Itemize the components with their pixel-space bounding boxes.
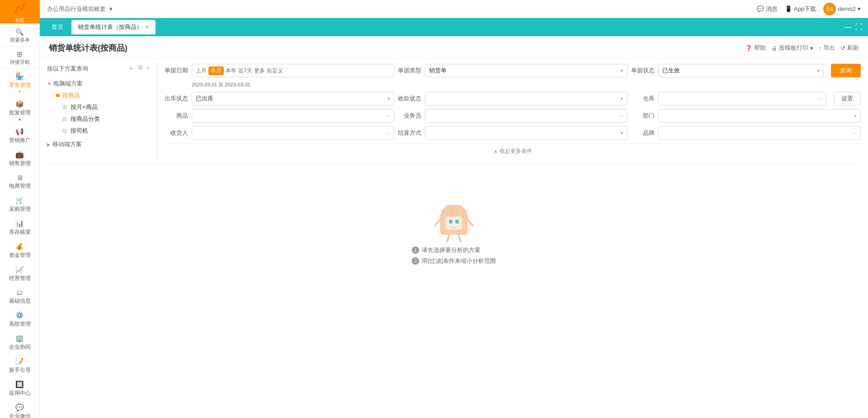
tab-close-icon[interactable]: ✕ [145, 24, 149, 30]
app-logo[interactable]: 标版 [0, 0, 40, 24]
print-button[interactable]: 🖨 按模板打印 ▾ [771, 44, 813, 52]
collapse-tree-icon[interactable]: « [146, 64, 150, 73]
sidebar-item-system[interactable]: ⚙️ 系统管理 [0, 308, 39, 331]
tree-item-by-driver-label: 按司机 [71, 127, 88, 135]
sidebar-item-basic[interactable]: 🗂 基础信息 [0, 285, 39, 308]
sidebar-ecommerce-label: 电商管理 [9, 182, 31, 190]
out-status-select[interactable]: 已出库 ▾ [192, 92, 394, 105]
filter-item-date: 单据日期 上月 本月 本年 近7天 更多 自定义 [165, 64, 394, 77]
help-button[interactable]: ❓ 帮助 [745, 44, 766, 52]
date-tab-7days[interactable]: 近7天 [238, 67, 252, 75]
pc-scheme-parent[interactable]: ▼ 电脑端方案 [47, 78, 150, 90]
brand-input[interactable]: ··· [658, 126, 861, 140]
product-input[interactable]: ··· [192, 109, 394, 123]
quick-nav-item[interactable]: ⊞ 快捷导航 [0, 47, 39, 69]
sidebar-item-enterprise[interactable]: 🏢 企业协同 [0, 331, 39, 354]
settlement-select[interactable]: ▾ [425, 126, 627, 140]
receiver-more-icon[interactable]: ··· [386, 130, 390, 136]
doc-status-label: 单据状态 [631, 66, 655, 75]
salesperson-more-icon[interactable]: ··· [619, 113, 623, 119]
filter-item-salesperson: 业务员 ··· [398, 109, 627, 123]
filter-item-brand: 品牌 ··· [631, 126, 861, 140]
sidebar-item-purchase[interactable]: 🛒 采购管理 [0, 193, 39, 216]
user-profile[interactable]: Ea demo2 ▾ [823, 3, 861, 15]
main-area: 办公用品行业模拟账套 ▾ 💬 消息 📱 App下载 Ea demo2 ▾ 首页 … [40, 0, 868, 418]
salesperson-input[interactable]: ··· [425, 109, 627, 123]
date-tab-this-month[interactable]: 本月 [208, 66, 224, 75]
tree-item-by-product-category-label: 按商品分类 [71, 115, 100, 123]
date-tab-custom[interactable]: 自定义 [267, 67, 283, 75]
sidebar-item-wholesale[interactable]: 📦 批发管理 ▲ [0, 96, 39, 124]
filter-area: 按以下方案查询 ＋ ⚙ « ▼ 电脑端方案 按商品 [40, 58, 868, 164]
tree-item-by-product[interactable]: 按商品 [56, 90, 150, 101]
tab-sales-stat[interactable]: 销货单统计表（按商品） ✕ [71, 20, 156, 34]
sidebar-item-inventory[interactable]: 📊 库存核算 [0, 216, 39, 239]
tree-item-by-product-category[interactable]: ⊟ 按商品分类 [56, 113, 150, 125]
filter-tree-actions: ＋ ⚙ « [127, 64, 150, 73]
sidebar-sales-label: 销售管理 [9, 160, 31, 167]
query-button[interactable]: 查询 [831, 64, 861, 77]
app-download-button[interactable]: 📱 App下载 [785, 5, 816, 13]
user-name: demo2 [838, 5, 856, 12]
pc-scheme-label: 电脑端方案 [53, 80, 83, 88]
sidebar-item-operations[interactable]: 📈 经营管理 [0, 262, 39, 285]
filter-row-3: 商品 ··· 业务员 ··· 部门 [165, 109, 861, 123]
date-tab-this-year[interactable]: 本年 [226, 67, 236, 75]
receiver-input[interactable]: ··· [192, 126, 394, 140]
topbar-title: 办公用品行业模拟账套 [47, 5, 106, 13]
tip-num-1: 1 [412, 247, 419, 254]
warehouse-input[interactable]: ··· [658, 92, 826, 105]
doc-type-select[interactable]: 销货单 ▾ [425, 64, 627, 77]
tree-item-by-driver[interactable]: ⊟ 按司机 [56, 125, 150, 137]
sidebar-item-wechat[interactable]: 💬 企业微信 [0, 400, 39, 418]
tip-1-text: 请先选择要分析的方案 [422, 246, 481, 254]
search-menu-label: 搜索菜单 [10, 37, 30, 43]
product-label: 商品 [165, 112, 188, 120]
date-tab-more[interactable]: 更多 [254, 67, 265, 75]
tab-home[interactable]: 首页 [45, 20, 70, 34]
product-more-icon[interactable]: ··· [386, 113, 390, 119]
sidebar-item-retail[interactable]: 🏪 零售管理 ▼ [0, 69, 39, 96]
topbar-left: 办公用品行业模拟账套 ▾ [47, 5, 113, 13]
empty-tip-1: 1 请先选择要分析的方案 [412, 246, 495, 254]
department-select[interactable]: ▾ [658, 109, 861, 123]
mobile-scheme-parent[interactable]: ▶ 移动端方案 [47, 138, 150, 150]
payment-status-select[interactable]: ▾ [425, 92, 627, 105]
page-header: 销货单统计表(按商品) ❓ 帮助 🖨 按模板打印 ▾ ↑ 导出 ↺ 刷新 [40, 36, 868, 58]
pc-arrow-icon: ▼ [47, 81, 52, 86]
messages-button[interactable]: 💬 消息 [757, 5, 778, 13]
sidebar-retail-label: 零售管理 [9, 81, 31, 89]
date-tab-last-month[interactable]: 上月 [196, 67, 207, 75]
sidebar-item-finance[interactable]: 💰 资金管理 [0, 239, 39, 262]
sidebar-item-ecommerce[interactable]: 🖥 电商管理 [0, 170, 39, 193]
svg-line-10 [458, 235, 461, 242]
settings-scheme-icon[interactable]: ⚙ [137, 64, 143, 73]
export-icon: ↑ [819, 45, 822, 52]
print-dropdown-icon: ▾ [810, 45, 813, 52]
add-scheme-icon[interactable]: ＋ [127, 64, 135, 73]
settings-button[interactable]: 设置 [834, 92, 861, 105]
tree-item-by-product-label: 按商品 [62, 91, 80, 100]
sidebar-item-marketing[interactable]: 📢 营销推广 [0, 124, 39, 147]
help-label: 帮助 [754, 44, 766, 52]
doc-status-select[interactable]: 已生效 ▾ [658, 64, 824, 77]
out-status-arrow-icon: ▾ [387, 96, 390, 102]
topbar-dropdown-icon[interactable]: ▾ [109, 5, 113, 12]
empty-illustration [427, 192, 481, 246]
date-picker[interactable]: 上月 本月 本年 近7天 更多 自定义 [192, 64, 394, 77]
sidebar: 标版 🔍 搜索菜单 ⊞ 快捷导航 🏪 零售管理 ▼ 📦 批发管理 ▲ 📢 营销推… [0, 0, 40, 418]
warehouse-more-icon[interactable]: ··· [818, 95, 822, 102]
export-button[interactable]: ↑ 导出 [819, 44, 835, 52]
sidebar-item-sales[interactable]: 💼 销售管理 [0, 147, 39, 170]
search-menu-item[interactable]: 🔍 搜索菜单 [0, 24, 39, 47]
tab-expand-icon[interactable]: ⛶ [855, 23, 863, 31]
filter-inputs-panel: 单据日期 上月 本月 本年 近7天 更多 自定义 单据类型 [157, 58, 868, 164]
tree-item-by-month-product[interactable]: ⊞ 按月+商品 [56, 101, 150, 113]
sidebar-item-appstore[interactable]: 🔲 应用中心 [0, 377, 39, 400]
brand-more-icon[interactable]: ··· [852, 130, 857, 136]
sidebar-marketing-label: 营销推广 [9, 137, 31, 144]
tab-minimize-icon[interactable]: — [844, 23, 852, 31]
sidebar-item-guide[interactable]: 📝 新手引导 [0, 354, 39, 377]
collapse-button[interactable]: ∧ 收起更多条件 [165, 143, 861, 159]
refresh-button[interactable]: ↺ 刷新 [840, 44, 859, 52]
